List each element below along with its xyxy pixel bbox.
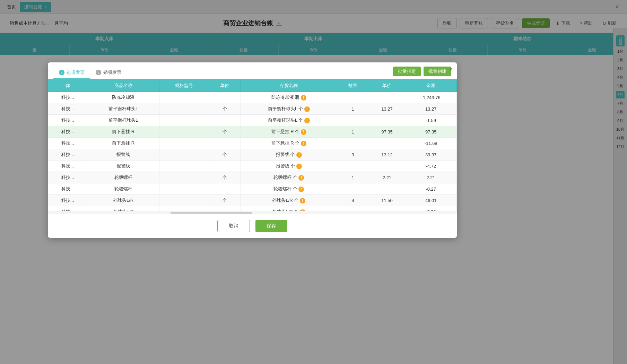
in-invoice-icon: ↑	[59, 70, 64, 75]
cell-amount: 39.37	[405, 149, 457, 161]
cell-spec	[159, 195, 209, 206]
cell-product: 报警线	[87, 149, 159, 161]
table-row[interactable]: 科技... 轮毂螺杆 个 轮毂螺杆 个 ! 1 2.21 2.21	[48, 172, 457, 183]
cell-product: 外球头L/R	[87, 195, 159, 206]
cell-product: 轮毂螺杆	[87, 183, 159, 195]
cell-amount: -1,243.76	[405, 92, 457, 103]
cell-amount: -5.52	[405, 206, 457, 211]
tab-in-invoice[interactable]: ↑ 进项发票	[53, 67, 90, 79]
cell-amount: 13.27	[405, 103, 457, 115]
cell-amount: 2.21	[405, 172, 457, 183]
cell-product: 前下悬挂 R	[87, 126, 159, 138]
cell-product: 轮毂螺杆	[87, 172, 159, 183]
cell-quantity: 1	[337, 103, 369, 115]
cell-unit-price: 13.27	[369, 103, 405, 115]
cell-amount: -11.68	[405, 138, 457, 149]
cell-product: 报警线	[87, 161, 159, 172]
cell-company: 科技...	[48, 92, 87, 103]
cell-unit	[209, 115, 241, 126]
cell-inventory: 前平衡杆球头L 个 !	[241, 103, 337, 115]
modal-dialog: ↑ 进项发票 ↓ 销项发票 批量指定 批量创建 × 你 商品名称 规格型号 单位…	[48, 62, 457, 238]
table-row[interactable]: 科技... 防冻冷却液 防冻冷却液 瓶 ! -1,243.76	[48, 92, 457, 103]
table-row[interactable]: 科技... 前下悬挂 R 前下悬挂 R 个 ! -11.68	[48, 138, 457, 149]
modal-header: ↑ 进项发票 ↓ 销项发票 批量指定 批量创建	[48, 62, 457, 79]
out-invoice-label: 销项发票	[103, 69, 121, 76]
cell-unit-price: 97.35	[369, 126, 405, 138]
cancel-button[interactable]: 取消	[217, 220, 250, 232]
cell-unit	[209, 206, 241, 211]
cell-unit-price	[369, 206, 405, 211]
cell-quantity: 4	[337, 195, 369, 206]
cell-product: 前平衡杆球头L	[87, 115, 159, 126]
table-row[interactable]: 科技... 前平衡杆球头L 前平衡杆球头L 个 ! -1.59	[48, 115, 457, 126]
cell-quantity	[337, 206, 369, 211]
modal-table-scroll[interactable]: 你 商品名称 规格型号 单位 存货名称 数量 单价 金额 科技... 防冻冷却液…	[48, 79, 457, 211]
cell-product: 防冻冷却液	[87, 92, 159, 103]
batch-create-button[interactable]: 批量创建	[424, 67, 451, 76]
th-inventory-name: 存货名称	[241, 80, 337, 92]
cell-inventory: 前下悬挂 R 个 !	[241, 138, 337, 149]
warning-icon: !	[301, 129, 306, 135]
cell-quantity	[337, 161, 369, 172]
warning-icon: !	[298, 175, 304, 181]
cell-spec	[159, 149, 209, 161]
cell-company: 科技...	[48, 183, 87, 195]
cell-spec	[159, 103, 209, 115]
cell-unit-price: 13.12	[369, 149, 405, 161]
cell-quantity: 1	[337, 126, 369, 138]
cell-unit-price: 11.50	[369, 195, 405, 206]
modal-table: 你 商品名称 规格型号 单位 存货名称 数量 单价 金额 科技... 防冻冷却液…	[48, 79, 457, 211]
cell-inventory: 前平衡杆球头L 个 !	[241, 115, 337, 126]
cell-spec	[159, 206, 209, 211]
warning-icon: !	[301, 95, 306, 101]
table-row[interactable]: 科技... 外球头L/R 外球头L/R 个 ! -5.52	[48, 206, 457, 211]
cell-inventory: 防冻冷却液 瓶 !	[241, 92, 337, 103]
table-row[interactable]: 科技... 前平衡杆球头L 个 前平衡杆球头L 个 ! 1 13.27 13.2…	[48, 103, 457, 115]
tab-out-invoice[interactable]: ↓ 销项发票	[90, 67, 127, 79]
cell-inventory: 外球头L/R 个 !	[241, 195, 337, 206]
in-invoice-label: 进项发票	[67, 69, 85, 76]
cell-unit-price	[369, 138, 405, 149]
cell-spec	[159, 92, 209, 103]
cell-company: 科技...	[48, 115, 87, 126]
cell-unit-price	[369, 115, 405, 126]
save-button[interactable]: 保存	[255, 220, 287, 232]
cell-inventory: 报警线 个 !	[241, 149, 337, 161]
cell-spec	[159, 172, 209, 183]
th-unit-price: 单价	[369, 80, 405, 92]
warning-icon: !	[296, 152, 302, 158]
th-company: 你	[48, 80, 87, 92]
table-row[interactable]: 科技... 报警线 个 报警线 个 ! 3 13.12 39.37	[48, 149, 457, 161]
th-amount: 金额	[405, 80, 457, 92]
cell-unit: 个	[209, 126, 241, 138]
cell-unit-price	[369, 183, 405, 195]
table-row[interactable]: 科技... 前下悬挂 R 个 前下悬挂 R 个 ! 1 97.35 97.35	[48, 126, 457, 138]
cell-unit-price	[369, 161, 405, 172]
cell-unit: 个	[209, 103, 241, 115]
cell-amount: -0.27	[405, 183, 457, 195]
cell-product: 外球头L/R	[87, 206, 159, 211]
cell-unit: 个	[209, 195, 241, 206]
horizontal-scrollbar[interactable]	[48, 211, 457, 214]
cell-company: 科技...	[48, 103, 87, 115]
cell-company: 科技...	[48, 172, 87, 183]
table-row[interactable]: 科技... 轮毂螺杆 轮毂螺杆 个 ! -0.27	[48, 183, 457, 195]
cell-inventory: 前下悬挂 R 个 !	[241, 126, 337, 138]
cell-inventory: 报警线 个 !	[241, 161, 337, 172]
table-row[interactable]: 科技... 报警线 报警线 个 ! -4.72	[48, 161, 457, 172]
batch-assign-button[interactable]: 批量指定	[393, 67, 421, 76]
cell-spec	[159, 126, 209, 138]
cell-quantity	[337, 92, 369, 103]
cell-product: 前下悬挂 R	[87, 138, 159, 149]
table-row[interactable]: 科技... 外球头L/R 个 外球头L/R 个 ! 4 11.50 46.01	[48, 195, 457, 206]
modal-close-button[interactable]: ×	[449, 66, 453, 73]
cell-quantity: 1	[337, 172, 369, 183]
cell-amount: 46.01	[405, 195, 457, 206]
cell-product: 前平衡杆球头L	[87, 103, 159, 115]
cell-inventory: 外球头L/R 个 !	[241, 206, 337, 211]
cell-amount: -1.59	[405, 115, 457, 126]
cell-spec	[159, 138, 209, 149]
th-unit: 单位	[209, 80, 241, 92]
cell-quantity: 3	[337, 149, 369, 161]
warning-icon: !	[298, 187, 304, 192]
